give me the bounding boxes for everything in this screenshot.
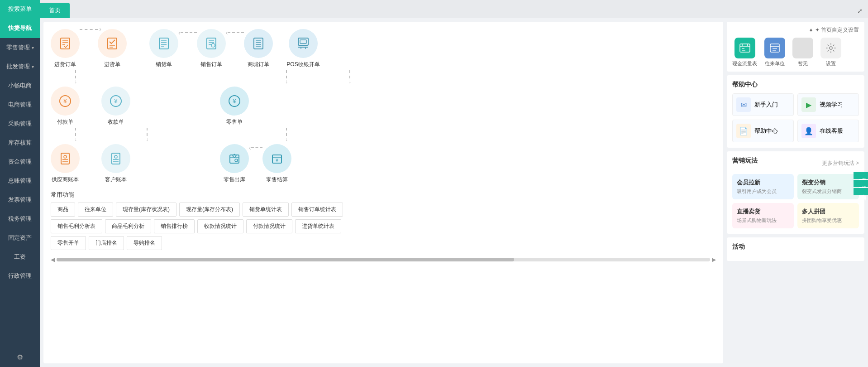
retail-settle-label: 零售结算 [266, 176, 288, 184]
node-payment-out[interactable]: ¥ 付款单 [51, 87, 80, 126]
scroll-left-button[interactable]: ◀ [51, 256, 55, 263]
help-grid: ✉ 新手入门 ▶ 视频学习 📄 帮助中心 👤 在线客服 [732, 93, 859, 142]
func-btn-goods[interactable]: 商品 [51, 203, 75, 217]
search-menu-button[interactable]: 搜索菜单 [0, 0, 40, 18]
svg-rect-26 [300, 40, 306, 43]
node-purchase-order[interactable]: 进货订单 [51, 29, 80, 68]
activity-title: 活动 [732, 243, 859, 251]
float-btn-hotline[interactable]: 客服热线 [854, 172, 868, 179]
sidebar-item-ecommerce[interactable]: 电商管理 [0, 95, 40, 114]
quick-icon-empty[interactable]: 暂无 [792, 38, 813, 67]
service-label: 在线客服 [820, 127, 843, 135]
sidebar-item-purchase[interactable]: 采购管理 [0, 114, 40, 133]
func-btn-stock-status[interactable]: 现存量(库存状况表) [116, 203, 176, 217]
func-btn-receipt-stat[interactable]: 收款情况统计 [197, 219, 243, 233]
func-btn-payment-stat[interactable]: 付款情况统计 [246, 219, 292, 233]
sidebar-item-invoice-label: 发票管理 [8, 196, 32, 204]
service-icon: 👤 [801, 124, 816, 138]
sidebar-item-finance[interactable]: 资金管理 [0, 152, 40, 171]
marketing-header: 营销玩法 更多营销玩法 > [732, 157, 859, 169]
sidebar-item-wholesale[interactable]: 批发管理 ▾ [0, 57, 40, 76]
help-center-title: 帮助中心 [732, 81, 859, 89]
func-btn-store-rank[interactable]: 门店排名 [89, 236, 124, 250]
quick-icon-partners[interactable]: 往来单位 [764, 38, 785, 67]
svg-text:¥: ¥ [275, 158, 278, 163]
scroll-right-button[interactable]: ▶ [712, 256, 716, 263]
marketing-item-member[interactable]: 会员拉新 吸引用户成为会员 [732, 174, 794, 199]
node-pos-open[interactable]: POS收银开单 [286, 29, 320, 68]
expand-icon[interactable]: ⤢ [852, 4, 868, 18]
func-btn-purchase-stat[interactable]: 进货单统计表 [295, 219, 341, 233]
help-icon-doc: 📄 [736, 124, 751, 138]
func-btn-sales-stat[interactable]: 销货单统计表 [243, 203, 289, 217]
marketing-item-group[interactable]: 多人拼团 拼团购物享受优惠 [797, 203, 859, 228]
retail-single-label: 零售单 [226, 118, 243, 126]
node-sales-order[interactable]: 销售订单 [197, 29, 226, 68]
marketing-item-fission[interactable]: 裂变分销 裂变式发展分销商 [797, 174, 859, 199]
sidebar-item-payroll[interactable]: 工资 [0, 247, 40, 266]
svg-rect-47 [740, 44, 750, 52]
sidebar-item-inventory[interactable]: 库存核算 [0, 133, 40, 152]
svg-point-43 [235, 159, 238, 162]
settings-icon [820, 38, 841, 58]
payment-out-label: 付款单 [57, 118, 73, 126]
sidebar-item-admin[interactable]: 行政管理 [0, 266, 40, 285]
node-retail-settle[interactable]: ¥ 零售结算 [262, 144, 291, 184]
tab-home[interactable]: 首页 [40, 3, 70, 18]
quick-icon-cashflow[interactable]: 现金流量表 [732, 38, 757, 67]
marketing-title: 营销玩法 [732, 157, 758, 165]
svg-point-57 [830, 47, 832, 49]
func-btn-sales-rank[interactable]: 销售排行榜 [154, 219, 195, 233]
sales-slip-icon [149, 29, 178, 58]
member-desc: 吸引用户成为会员 [737, 188, 789, 195]
quick-access-section: ✦ ✦ 首页自定义设置 [727, 22, 864, 72]
sidebar-item-invoice[interactable]: 发票管理 [0, 190, 40, 209]
node-customer-account[interactable]: 客户账本 [101, 144, 130, 184]
func-btn-goods-profit[interactable]: 商品毛利分析 [105, 219, 151, 233]
node-payment-in[interactable]: ¥ 收款单 [101, 87, 130, 126]
func-btn-retail-order[interactable]: 零售开单 [51, 236, 86, 250]
help-item-help[interactable]: 📄 帮助中心 [732, 120, 794, 142]
sidebar-item-retail[interactable]: 零售管理 ▾ [0, 38, 40, 57]
node-retail-single[interactable]: ¥ 零售单 [220, 87, 249, 126]
quick-icon-settings[interactable]: 设置 [820, 38, 841, 67]
node-retail-out[interactable]: 零售出库 [220, 144, 249, 184]
sales-order-label: 销售订单 [200, 61, 222, 68]
help-item-video[interactable]: ▶ 视频学习 [797, 93, 859, 116]
home-custom-label[interactable]: ✦ 首页自定义设置 [815, 26, 859, 34]
settings-icon-bottom[interactable]: ⚙ [0, 348, 40, 367]
node-purchase-slip[interactable]: 进货单 [98, 29, 127, 68]
func-btn-guide-rank[interactable]: 导购排名 [127, 236, 162, 250]
sidebar-item-tax-label: 税务管理 [8, 215, 32, 223]
empty-label: 暂无 [798, 60, 808, 67]
livestream-title: 直播卖货 [737, 208, 789, 216]
more-marketing-link[interactable]: 更多营销玩法 > [822, 159, 859, 167]
node-supplier-account[interactable]: 供应商账本 [51, 144, 80, 184]
func-btn-partners[interactable]: 往来单位 [78, 203, 113, 217]
sidebar-item-fixed-assets[interactable]: 固定资产 [0, 228, 40, 247]
svg-point-16 [211, 43, 215, 47]
help-item-service[interactable]: 👤 在线客服 [797, 120, 859, 142]
node-mall-order[interactable]: 商城订单 [244, 29, 273, 68]
customer-account-label: 客户账本 [105, 176, 127, 184]
marketing-item-livestream[interactable]: 直播卖货 场景式购物新玩法 [732, 203, 794, 228]
node-sales-slip[interactable]: 销货单 [149, 29, 178, 68]
settings-gear-icon: ⚙ [17, 353, 23, 361]
float-btn-desktop[interactable]: 桌面快捷 [854, 188, 868, 195]
func-btn-sales-order-stat[interactable]: 销售订单统计表 [291, 203, 343, 217]
sidebar-item-general-ledger[interactable]: 总账管理 [0, 171, 40, 190]
float-btn-community[interactable]: 服务社区 [854, 180, 868, 187]
tab-bar: 首页 ⤢ [40, 0, 868, 18]
func-btn-sales-profit[interactable]: 销售毛利分析表 [51, 219, 102, 233]
help-item-beginner[interactable]: ✉ 新手入门 [732, 93, 794, 116]
scroll-track[interactable] [57, 258, 710, 261]
payment-in-icon: ¥ [101, 87, 130, 116]
func-btn-stock-dist[interactable]: 现存量(库存分布表) [179, 203, 240, 217]
cashflow-icon [734, 38, 755, 58]
group-desc: 拼团购物享受优惠 [802, 217, 854, 224]
customer-account-icon [101, 144, 130, 173]
payment-out-icon: ¥ [51, 87, 80, 116]
sidebar-item-payroll-label: 工资 [14, 253, 26, 261]
sidebar-item-tax[interactable]: 税务管理 [0, 209, 40, 228]
sidebar-item-ecommerce-small[interactable]: 小畅电商 [0, 76, 40, 95]
